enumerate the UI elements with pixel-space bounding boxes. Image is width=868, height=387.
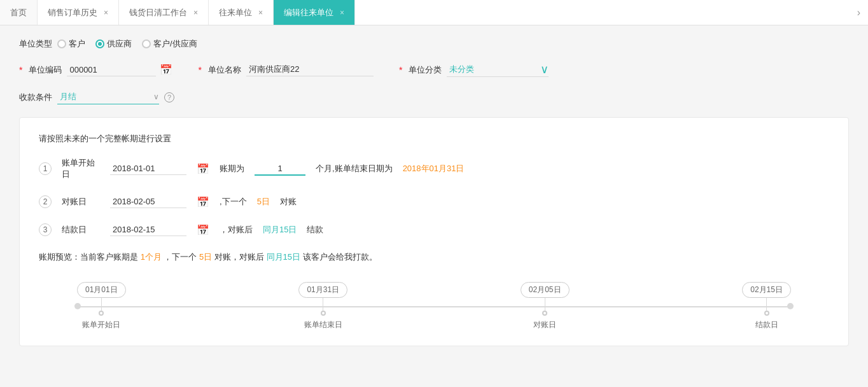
start-date-input[interactable] xyxy=(110,162,186,175)
payment-date-input[interactable] xyxy=(110,223,186,236)
timeline-label-1: 账单开始日 xyxy=(82,320,120,330)
preview-mid1: ，下一个 xyxy=(164,252,197,262)
preview-label: 账期预览：当前客户账期是 xyxy=(39,252,138,262)
timeline-dot-4 xyxy=(764,311,769,316)
tab-cash-ledger-label: 钱货日清工作台 xyxy=(129,7,187,18)
reconcile-desc-prefix: ,下一个 xyxy=(220,196,247,208)
payment-terms-label: 收款条件 xyxy=(19,92,52,103)
timeline-wrapper: 01月01日 账单开始日 01月31日 账单结束日 02月05日 xyxy=(39,282,829,330)
preview-mid2: 对账，对账后 xyxy=(214,252,264,262)
row-label-3: 结款日 xyxy=(62,224,100,236)
unit-type-radio-group: 客户 供应商 客户/供应商 xyxy=(57,38,197,50)
payment-terms-help-icon[interactable]: ? xyxy=(164,92,174,102)
timeline-badge-1: 01月01日 xyxy=(77,282,126,298)
reconcile-date-input[interactable] xyxy=(110,195,186,208)
timeline-dot-1 xyxy=(99,311,104,316)
preview-section: 账期预览：当前客户账期是 1个月 ，下一个 5日 对账，对账后 同月15日 该客… xyxy=(39,251,829,263)
timeline-label-4: 结款日 xyxy=(755,320,778,330)
unit-name-field: * 单位名称 xyxy=(198,64,373,76)
reconcile-desc-highlight: 5日 xyxy=(257,196,270,208)
unit-code-calendar-icon[interactable]: 📅 xyxy=(160,64,172,76)
unit-category-label: 单位分类 xyxy=(409,64,442,76)
setting-row-3: 3 结款日 📅 ，对账后 同月15日 结款 xyxy=(39,223,829,236)
period-suffix: 个月,账单结束日期为 xyxy=(316,163,393,174)
row-number-1: 1 xyxy=(39,162,52,175)
unit-code-input-wrapper: 📅 xyxy=(67,64,172,76)
payment-desc-prefix: ，对账后 xyxy=(220,224,253,236)
period-end-date: 2018年01月31日 xyxy=(403,163,465,174)
unit-type-field: 单位类型 客户 供应商 客户/供应商 xyxy=(19,38,197,50)
unit-category-field: * 单位分类 未分类 ∨ xyxy=(399,62,549,77)
period-prefix: 账期为 xyxy=(220,163,244,174)
tab-home-label: 首页 xyxy=(10,7,27,18)
tabs-more-arrow[interactable]: › xyxy=(850,0,868,25)
payment-terms-value: 月结 xyxy=(57,90,153,104)
payment-desc-suffix: 结款 xyxy=(307,224,323,236)
tab-partner-units[interactable]: 往来单位 × xyxy=(209,0,274,25)
unit-type-row: 单位类型 客户 供应商 客户/供应商 xyxy=(19,38,849,50)
preview-part3: 同月15日 xyxy=(267,252,300,262)
unit-category-dropdown-icon: ∨ xyxy=(540,62,549,76)
unit-code-field: * 单位编码 📅 xyxy=(19,64,172,76)
radio-supplier-label: 供应商 xyxy=(107,38,132,50)
radio-both[interactable]: 客户/供应商 xyxy=(142,38,197,50)
tabs-bar: 首页 销售订单历史 × 钱货日清工作台 × 往来单位 × 编辑往来单位 × › xyxy=(0,0,868,25)
tab-cash-ledger-close[interactable]: × xyxy=(193,8,198,17)
tab-cash-ledger[interactable]: 钱货日清工作台 × xyxy=(119,0,209,25)
timeline-dot-2 xyxy=(321,311,326,316)
payment-terms-row: 收款条件 月结 ∨ ? xyxy=(19,90,849,104)
row-number-3: 3 xyxy=(39,223,52,236)
main-content: 单位类型 客户 供应商 客户/供应商 * 单位编码 xyxy=(0,25,868,387)
unit-code-star: * xyxy=(19,65,22,75)
tab-home[interactable]: 首页 xyxy=(0,0,38,25)
tab-partner-units-label: 往来单位 xyxy=(219,7,252,18)
timeline-badge-2: 01月31日 xyxy=(298,282,347,298)
timeline-dot-3 xyxy=(542,311,547,316)
tab-sales-history[interactable]: 销售订单历史 × xyxy=(38,0,119,25)
timeline-label-2: 账单结束日 xyxy=(304,320,342,330)
tab-sales-history-label: 销售订单历史 xyxy=(48,7,97,18)
start-date-calendar-icon[interactable]: 📅 xyxy=(197,163,209,175)
payment-terms-field: 收款条件 月结 ∨ ? xyxy=(19,90,174,104)
timeline-badge-3: 02月05日 xyxy=(521,282,570,298)
tab-edit-partner-close[interactable]: × xyxy=(340,8,344,17)
payment-terms-select[interactable]: 月结 ∨ xyxy=(57,90,159,104)
radio-customer[interactable]: 客户 xyxy=(57,38,85,50)
row-label-1: 账单开始日 xyxy=(62,157,100,180)
unit-category-star: * xyxy=(399,65,402,75)
row-label-2: 对账日 xyxy=(62,196,100,208)
unit-name-label: 单位名称 xyxy=(208,64,241,76)
unit-code-label: 单位编码 xyxy=(29,64,62,76)
radio-customer-circle xyxy=(57,39,66,48)
reconcile-desc-suffix: 对账 xyxy=(280,196,297,208)
preview-part2: 5日 xyxy=(199,252,212,262)
timeline-label-3: 对账日 xyxy=(533,320,556,330)
timeline-badge-4: 02月15日 xyxy=(742,282,791,298)
timeline-points: 01月01日 账单开始日 01月31日 账单结束日 02月05日 xyxy=(77,282,791,330)
tab-edit-partner[interactable]: 编辑往来单位 × xyxy=(274,0,355,25)
unit-name-input[interactable] xyxy=(246,64,374,76)
setting-row-2: 2 对账日 📅 ,下一个 5日 对账 xyxy=(39,195,829,208)
radio-both-label: 客户/供应商 xyxy=(153,38,197,50)
payment-terms-arrow: ∨ xyxy=(153,92,159,101)
radio-supplier[interactable]: 供应商 xyxy=(95,38,132,50)
reconcile-date-calendar-icon[interactable]: 📅 xyxy=(197,196,209,208)
timeline-line-1 xyxy=(101,298,102,311)
timeline-line-2 xyxy=(323,298,323,311)
card-title: 请按照未来的一个完整帐期进行设置 xyxy=(39,133,829,144)
timeline-line-4 xyxy=(766,298,767,311)
timeline-point-3: 02月05日 对账日 xyxy=(521,282,570,330)
row-number-2: 2 xyxy=(39,195,52,208)
tab-sales-history-close[interactable]: × xyxy=(104,8,108,17)
timeline-line-3 xyxy=(545,298,545,311)
period-value-input[interactable] xyxy=(255,162,305,176)
payment-date-calendar-icon[interactable]: 📅 xyxy=(197,224,209,236)
unit-category-select[interactable]: 未分类 ∨ xyxy=(447,62,549,77)
setting-row-1: 1 账单开始日 📅 账期为 个月,账单结束日期为 2018年01月31日 xyxy=(39,157,829,180)
payment-desc-highlight: 同月15日 xyxy=(263,224,297,236)
timeline-point-1: 01月01日 账单开始日 xyxy=(77,282,126,330)
unit-code-input[interactable] xyxy=(67,64,156,76)
preview-end: 该客户会给我打款。 xyxy=(303,252,377,262)
tab-partner-units-close[interactable]: × xyxy=(258,8,263,17)
timeline-point-2: 01月31日 账单结束日 xyxy=(298,282,347,330)
